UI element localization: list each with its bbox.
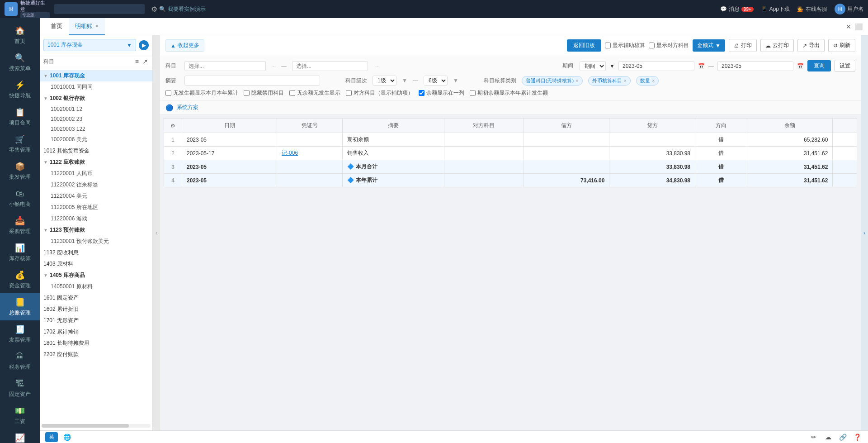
tree-item-2202[interactable]: 2202 应付账款 xyxy=(40,349,152,360)
expand-btn[interactable]: ↗ xyxy=(142,57,149,66)
period-from-input[interactable] xyxy=(618,61,694,71)
sidebar-item-wholesale[interactable]: 📦 批发管理 xyxy=(0,157,40,185)
tree-item-1132[interactable]: 1132 应收利息 xyxy=(40,247,152,258)
tree-item-1602[interactable]: 1602 累计折旧 xyxy=(40,304,152,315)
tree-item-10020002[interactable]: 10020002 23 xyxy=(40,114,152,124)
tree-item-11220006[interactable]: 11220006 游戏 xyxy=(40,213,152,224)
right-panel-collapse[interactable]: › xyxy=(861,35,868,430)
settings-gear-button[interactable]: ⚙ xyxy=(149,5,159,14)
tree-item-10020001[interactable]: 10020001 12 xyxy=(40,104,152,114)
table-row: 2 2023-05-17 记-006 销售收入 33,830.98 借 31,4… xyxy=(164,147,857,160)
sidebar-item-management[interactable]: 📈 经营管理 xyxy=(0,429,40,443)
tab-close-btn[interactable]: × xyxy=(95,23,99,29)
sidebar-item-payroll[interactable]: 💵 工资 xyxy=(0,402,40,429)
tree-item-11220004[interactable]: 11220004 美元 xyxy=(40,191,152,202)
refresh-btn[interactable]: ↺ 刷新 xyxy=(828,39,855,52)
subject-selector[interactable]: 1001 库存现金 ▼ xyxy=(43,39,136,51)
opposite-show-checkbox[interactable]: 对方科目（显示辅助项） xyxy=(346,89,413,97)
cloud-print-btn[interactable]: ☁ 云打印 xyxy=(760,39,794,52)
tree-item-1403[interactable]: 1403 原材料 xyxy=(40,258,152,270)
subject-level-from-select[interactable]: 1级2级3级 xyxy=(373,76,396,86)
summary-filter-input[interactable] xyxy=(184,76,320,86)
sidebar-item-fixedassets[interactable]: 🏗 固定资产 xyxy=(0,375,40,402)
sidebar-item-home[interactable]: 🏠 首页 xyxy=(0,22,40,49)
tree-item-1405[interactable]: ▼ 1405 库存商品 xyxy=(40,270,152,281)
sidebar-item-tax[interactable]: 🏛 税务管理 xyxy=(0,348,40,375)
nav-next-arrow[interactable]: ▶ xyxy=(139,40,149,50)
tab-ledger[interactable]: 明细账 × xyxy=(69,18,105,35)
panel-collapse-toggle[interactable]: ‹ xyxy=(153,35,160,430)
cloud-sync-icon[interactable]: ☁ xyxy=(823,432,834,443)
remove-tag-normal[interactable]: × xyxy=(576,78,578,83)
tree-item-10010001[interactable]: 10010001 同同同 xyxy=(40,81,152,93)
sidebar-item-quicknav[interactable]: ⚡ 快捷导航 xyxy=(0,76,40,103)
balance-one-col-checkbox[interactable]: 余额显示在一列 xyxy=(419,89,464,97)
sidebar-item-finance[interactable]: 💰 资金管理 xyxy=(0,266,40,293)
tree-item-10020006[interactable]: 10020006 美元 xyxy=(40,134,152,145)
edit-icon[interactable]: ✏ xyxy=(808,432,819,443)
expand-more-btn[interactable]: ▲ 收起更多 xyxy=(165,39,204,52)
tree-item-1002[interactable]: ▼ 1002 银行存款 xyxy=(40,93,152,104)
inventory-icon: 📊 xyxy=(2,243,38,254)
online-service-btn[interactable]: 💁 在线客服 xyxy=(797,5,827,13)
app-download-btn[interactable]: 📱 App下载 xyxy=(761,5,790,13)
no-occur-checkbox[interactable]: 无发生额显示本月本年累计 xyxy=(165,89,238,97)
period-type-select[interactable]: 期间 xyxy=(580,61,606,71)
return-old-version-btn[interactable]: 返回旧版 xyxy=(567,39,601,52)
help-icon[interactable]: ❓ xyxy=(852,432,863,443)
tree-item-1801[interactable]: 1801 长期待摊费用 xyxy=(40,338,152,349)
tree-item-14050001[interactable]: 14050001 原材料 xyxy=(40,281,152,292)
tree-item-1122[interactable]: ▼ 1122 应收账款 xyxy=(40,157,152,168)
query-scheme-label[interactable]: 系统方案 xyxy=(177,104,198,111)
tree-item-1601[interactable]: 1601 固定资产 xyxy=(40,292,152,304)
top-search-input[interactable] xyxy=(54,4,145,14)
user-avatar[interactable]: 用 用户名 xyxy=(835,4,863,14)
demo-link[interactable]: 🔍 我要看实例演示 xyxy=(159,5,206,13)
export-btn[interactable]: ↗ 导出 xyxy=(797,39,825,52)
tree-item-1701[interactable]: 1701 无形资产 xyxy=(40,315,152,326)
tree-item-1123[interactable]: ▼ 1123 预付账款 xyxy=(40,224,152,236)
subject-filter-input-to[interactable] xyxy=(292,61,368,71)
tree-item-1012[interactable]: 1012 其他货币资金 xyxy=(40,145,152,157)
query-search-btn[interactable]: 查询 xyxy=(807,60,831,71)
no-balance-checkbox[interactable]: 无余额无发生显示 xyxy=(289,89,340,97)
link-icon[interactable]: 🔗 xyxy=(837,432,848,443)
remove-tag-foreign[interactable]: × xyxy=(624,78,627,83)
tree-item-10020003[interactable]: 10020003 122 xyxy=(40,124,152,134)
sidebar-item-search[interactable]: 🔍 搜索菜单 xyxy=(0,49,40,76)
query-setting-btn[interactable]: 设置 xyxy=(835,60,855,72)
sidebar-item-inventory[interactable]: 📊 库存核算 xyxy=(0,239,40,266)
translate-icon[interactable]: 🌐 xyxy=(61,432,72,443)
tree-item-1001[interactable]: ▼ 1001 库存现金 xyxy=(40,70,152,81)
currency-style-dropdown[interactable]: 金额式 ▼ xyxy=(693,39,725,52)
horizontal-scrollbar[interactable] xyxy=(42,424,151,428)
show-auxiliary-checkbox[interactable]: 显示辅助核算 xyxy=(605,42,645,49)
tab-home[interactable]: 首页 xyxy=(44,18,69,35)
window-restore-btn[interactable]: ✕ xyxy=(845,22,852,31)
subject-filter-input[interactable] xyxy=(184,61,266,71)
print-btn[interactable]: 🖨 打印 xyxy=(729,39,757,52)
subject-level-to-select[interactable]: 6级1级2级 xyxy=(424,76,448,86)
table-header-gear[interactable]: ⚙ xyxy=(164,119,182,133)
tree-item-11220002[interactable]: 11220002 往来标签 xyxy=(40,179,152,191)
sidebar-item-ledger[interactable]: 📒 总账管理 xyxy=(0,293,40,320)
voucher-link[interactable]: 记-006 xyxy=(282,150,298,156)
sidebar-item-contract[interactable]: 📋 项目合同 xyxy=(0,103,40,130)
hide-disabled-checkbox[interactable]: 隐藏禁用科目 xyxy=(244,89,284,97)
sidebar-item-retail[interactable]: 🛒 零售管理 xyxy=(0,130,40,157)
text-input-icon[interactable]: 英 xyxy=(45,432,58,442)
tree-item-11220005[interactable]: 11220005 所在地区 xyxy=(40,202,152,213)
tree-item-11220001[interactable]: 11220001 人民币 xyxy=(40,168,152,179)
tree-item-11230001[interactable]: 11230001 预付账款美元 xyxy=(40,236,152,247)
message-btn[interactable]: 💬 消息 99+ xyxy=(720,5,754,13)
window-maximize-btn[interactable]: ⬜ xyxy=(854,22,863,31)
tree-item-1702[interactable]: 1702 累计摊销 xyxy=(40,326,152,338)
initial-balance-checkbox[interactable]: 期初余额显示本年累计发生额 xyxy=(470,89,548,97)
period-to-input[interactable] xyxy=(717,61,793,71)
sidebar-item-ecommerce[interactable]: 🛍 小畅电商 xyxy=(0,185,40,212)
show-opposite-checkbox[interactable]: 显示对方科目 xyxy=(649,42,689,49)
remove-tag-quantity[interactable]: × xyxy=(652,78,655,83)
list-view-btn[interactable]: ≡ xyxy=(134,57,140,66)
sidebar-item-purchase[interactable]: 📥 采购管理 xyxy=(0,212,40,239)
sidebar-item-invoice[interactable]: 🧾 发票管理 xyxy=(0,320,40,348)
